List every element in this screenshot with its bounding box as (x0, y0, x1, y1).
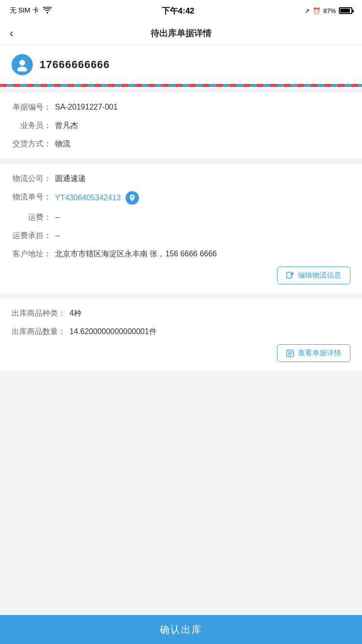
address-label: 客户地址： (12, 248, 55, 260)
alarm-icon: ⏰ (313, 7, 320, 14)
wifi-icon (43, 7, 52, 15)
delivery-method-row: 交货方式： 物流 (12, 138, 350, 150)
logistics-company-label: 物流公司： (12, 173, 55, 184)
edit-icon (286, 272, 294, 280)
freight-row: 运费： -- (12, 211, 350, 223)
bottom-spacer (0, 371, 362, 467)
back-button[interactable]: ‹ (10, 27, 31, 40)
edit-logistics-button[interactable]: 编辑物流信息 (277, 266, 350, 284)
document-no-row: 单据编号： SA-20191227-001 (12, 101, 350, 113)
tracking-row: YT43064053424​13 (55, 191, 139, 205)
tracking-no-label: 物流单号： (12, 191, 55, 203)
status-time: 下午4:42 (162, 5, 195, 16)
view-detail-button[interactable]: 查看单据详情 (277, 344, 350, 362)
product-type-value: 4种 (70, 308, 350, 319)
customer-phone: 17666666666 (40, 58, 110, 71)
location-status-icon: ↗ (305, 7, 310, 14)
freight-bearer-value: -- (55, 230, 350, 241)
carrier-label: 无 SIM 卡 (10, 6, 39, 15)
delivery-method-value: 物流 (55, 138, 350, 150)
product-qty-label: 出库商品数量： (12, 326, 70, 337)
document-no-label: 单据编号： (12, 101, 55, 113)
address-value: 北京市市辖区海淀区永丰南 张，156 6666 6666 (55, 248, 350, 260)
logistics-company-value: 圆通速递 (55, 173, 350, 184)
page-title: 待出库单据详情 (151, 28, 211, 39)
list-icon (286, 350, 294, 357)
address-row: 客户地址： 北京市市辖区海淀区永丰南 张，156 6666 6666 (12, 248, 350, 260)
tracking-no-row: 物流单号： YT43064053424​13 (12, 191, 350, 205)
delivery-method-label: 交货方式： (12, 138, 55, 150)
confirm-outbound-label: 确认出库 (160, 623, 202, 636)
freight-bearer-row: 运费承担： -- (12, 230, 350, 241)
logistics-section: 物流公司： 圆通速递 物流单号： YT43064053424​13 运费： --… (0, 164, 362, 293)
confirm-outbound-button[interactable]: 确认出库 (0, 615, 362, 644)
nav-bar: ‹ 待出库单据详情 (0, 21, 362, 45)
battery-percent: 87% (323, 7, 336, 14)
sales-person-value: 曾凡杰 (55, 120, 350, 131)
product-type-row: 出库商品种类： 4种 (12, 308, 350, 319)
view-btn-row: 查看单据详情 (12, 344, 350, 362)
edit-btn-row: 编辑物流信息 (12, 266, 350, 284)
freight-label: 运费： (12, 211, 55, 223)
status-right: ↗ ⏰ 87% (305, 7, 352, 14)
svg-point-1 (17, 67, 27, 71)
outbound-section: 出库商品种类： 4种 出库商品数量： 14.620000000000000​1件… (0, 299, 362, 371)
status-bar: 无 SIM 卡 下午4:42 ↗ ⏰ 87% (0, 0, 362, 21)
map-location-icon[interactable] (125, 191, 139, 205)
sales-person-row: 业务员： 曾凡杰 (12, 120, 350, 131)
sales-person-label: 业务员： (12, 120, 55, 131)
edit-logistics-label: 编辑物流信息 (298, 271, 341, 280)
avatar (12, 54, 33, 75)
product-type-label: 出库商品种类： (12, 308, 70, 319)
product-qty-row: 出库商品数量： 14.620000000000000​1件 (12, 326, 350, 337)
product-qty-value: 14.620000000000000​1件 (70, 326, 350, 337)
customer-header: 17666666666 (0, 45, 362, 84)
freight-bearer-label: 运费承担： (12, 230, 55, 241)
status-left: 无 SIM 卡 (10, 6, 52, 15)
logistics-company-row: 物流公司： 圆通速递 (12, 173, 350, 184)
dashed-separator (0, 84, 362, 87)
view-detail-label: 查看单据详情 (298, 349, 341, 358)
svg-point-2 (131, 196, 133, 198)
battery-icon (339, 7, 352, 14)
svg-point-0 (19, 60, 25, 66)
basic-info-section: 单据编号： SA-20191227-001 业务员： 曾凡杰 交货方式： 物流 (0, 93, 362, 158)
freight-value: -- (55, 211, 350, 223)
document-no-value: SA-20191227-001 (55, 101, 350, 113)
tracking-no-value: YT43064053424​13 (55, 192, 121, 204)
